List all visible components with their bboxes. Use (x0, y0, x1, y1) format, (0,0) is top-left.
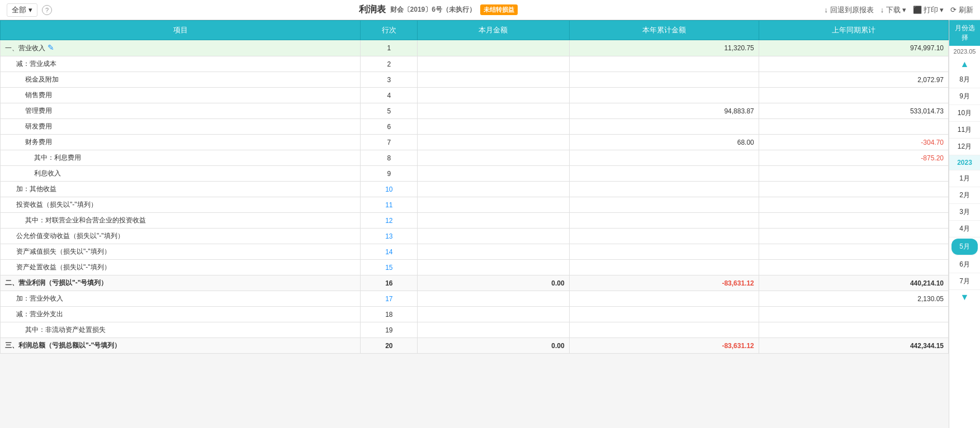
cell-lastyear-amount (759, 56, 948, 72)
col-header-lastyear: 上年同期累计 (759, 21, 948, 40)
current-year-label: 2023.05 (949, 46, 980, 57)
cell-year-amount (569, 197, 759, 213)
cell-month-amount (418, 213, 569, 229)
table-row: 三、利润总额（亏损总额以"-"号填列）200.00-83,631.12442,3… (1, 338, 949, 354)
cell-month-amount (418, 166, 569, 182)
cell-row-num: 18 (361, 307, 418, 322)
cell-lastyear-amount: 974,997.10 (759, 40, 948, 56)
cell-year-amount (569, 244, 759, 260)
cell-row-num: 5 (361, 103, 418, 119)
month-item[interactable]: 9月 (949, 88, 980, 105)
table-row: 税金及附加32,072.97 (1, 72, 949, 88)
month-item[interactable]: 12月 (949, 139, 980, 155)
cell-lastyear-amount: -304.70 (759, 135, 948, 150)
col-header-row: 行次 (361, 21, 418, 40)
doc-info: 财会〔2019〕6号（未执行） (390, 5, 476, 15)
cell-lastyear-amount (759, 88, 948, 103)
table-row: 销售费用4 (1, 88, 949, 103)
cell-month-amount (418, 135, 569, 150)
cell-row-num: 8 (361, 150, 418, 166)
cell-year-amount (569, 229, 759, 244)
cell-lastyear-amount: 440,214.10 (759, 275, 948, 291)
month-item[interactable]: 5月 (951, 239, 978, 255)
month-nav-down[interactable]: ▼ (949, 290, 980, 305)
cell-year-amount: 11,320.75 (569, 40, 759, 56)
cell-month-amount (418, 72, 569, 88)
cell-item: 加：营业外收入 (1, 291, 361, 307)
cell-row-num: 13 (361, 229, 418, 244)
dropdown-all[interactable]: 全部 ▾ (7, 3, 37, 17)
cell-month-amount: 0.00 (418, 338, 569, 354)
cell-month-amount (418, 322, 569, 338)
table-row: 研发费用6 (1, 119, 949, 135)
table-row: 减：营业成本2 (1, 56, 949, 72)
cell-year-amount (569, 322, 759, 338)
table-row: 加：其他收益10 (1, 182, 949, 197)
table-row: 二、营业利润（亏损以"-"号填列）160.00-83,631.12440,214… (1, 275, 949, 291)
month-item[interactable]: 8月 (949, 72, 980, 88)
cell-row-num: 3 (361, 72, 418, 88)
cell-item: 减：营业外支出 (1, 307, 361, 322)
help-icon[interactable]: ? (42, 5, 52, 15)
cell-item: 二、营业利润（亏损以"-"号填列） (1, 275, 361, 291)
edit-icon[interactable]: ✎ (48, 43, 54, 52)
month-item[interactable]: 3月 (949, 204, 980, 221)
month-item[interactable]: 6月 (949, 256, 980, 273)
month-item[interactable]: 4月 (949, 221, 980, 237)
cell-row-num: 20 (361, 338, 418, 354)
cell-lastyear-amount (759, 119, 948, 135)
cell-lastyear-amount (759, 307, 948, 322)
cell-month-amount (418, 182, 569, 197)
cell-row-num: 1 (361, 40, 418, 56)
cell-item: 财务费用 (1, 135, 361, 150)
month-item[interactable]: 7月 (949, 273, 980, 290)
cell-year-amount (569, 56, 759, 72)
month-item[interactable]: 2023 (949, 155, 980, 170)
cell-year-amount (569, 213, 759, 229)
cell-row-num: 11 (361, 197, 418, 213)
month-sidebar-title: 月份选择 (949, 20, 980, 46)
month-nav-up[interactable]: ▲ (949, 57, 980, 72)
cell-lastyear-amount (759, 182, 948, 197)
col-header-item: 项目 (1, 21, 361, 40)
month-item[interactable]: 10月 (949, 105, 980, 122)
back-button[interactable]: ↓ 回退到原报表 (825, 5, 874, 15)
cell-item: 资产处置收益（损失以"-"填列） (1, 260, 361, 275)
cell-lastyear-amount: 533,014.73 (759, 103, 948, 119)
month-item[interactable]: 11月 (949, 122, 980, 139)
cell-lastyear-amount: 2,130.05 (759, 291, 948, 307)
refresh-button[interactable]: ⟳ 刷新 (950, 5, 973, 15)
table-row: 其中：对联营企业和合营企业的投资收益12 (1, 213, 949, 229)
cell-item: 利息收入 (1, 166, 361, 182)
cell-row-num: 15 (361, 260, 418, 275)
download-arrow-icon: ▾ (902, 6, 906, 14)
print-button[interactable]: ⬛ 打印 ▾ (913, 5, 944, 15)
cell-year-amount: -83,631.12 (569, 275, 759, 291)
cell-row-num: 7 (361, 135, 418, 150)
table-row: 减：营业外支出18 (1, 307, 949, 322)
month-item[interactable]: 2月 (949, 187, 980, 204)
dropdown-label: 全部 (12, 5, 26, 15)
cell-lastyear-amount (759, 322, 948, 338)
cell-month-amount (418, 103, 569, 119)
cell-item: 销售费用 (1, 88, 361, 103)
cell-lastyear-amount: 442,344.15 (759, 338, 948, 354)
report-title: 利润表 (359, 4, 386, 16)
cell-item: 研发费用 (1, 119, 361, 135)
col-header-year: 本年累计金额 (569, 21, 759, 40)
cell-lastyear-amount (759, 244, 948, 260)
status-badge[interactable]: 未结转损益 (480, 4, 518, 15)
cell-row-num: 16 (361, 275, 418, 291)
cell-month-amount (418, 307, 569, 322)
cell-lastyear-amount (759, 260, 948, 275)
cell-month-amount (418, 40, 569, 56)
month-item[interactable]: 1月 (949, 170, 980, 187)
cell-year-amount (569, 72, 759, 88)
cell-month-amount (418, 56, 569, 72)
cell-year-amount: -83,631.12 (569, 338, 759, 354)
cell-year-amount (569, 119, 759, 135)
cell-month-amount (418, 119, 569, 135)
cell-month-amount (418, 197, 569, 213)
cell-year-amount (569, 182, 759, 197)
download-button[interactable]: ↓ 下载 ▾ (880, 5, 906, 15)
